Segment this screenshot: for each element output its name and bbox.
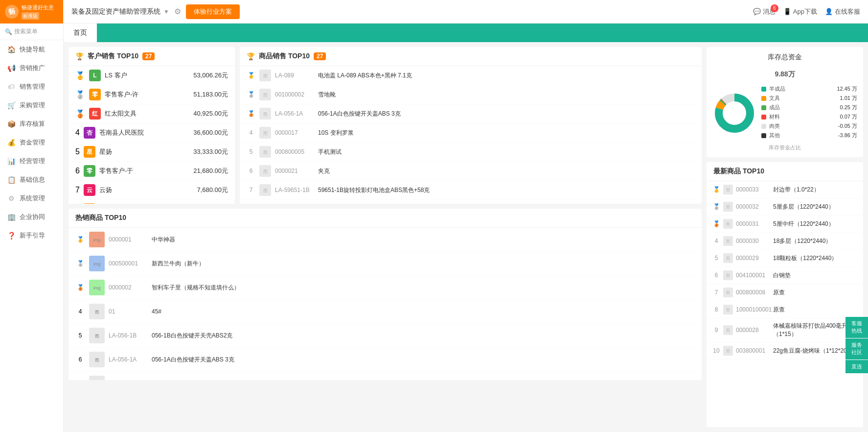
new-code: 0000028 xyxy=(736,327,770,334)
content-area: 🏆 客户销售 TOP10 27 🥇 L LS 客户 53,006.26元 🥈 零… xyxy=(64,42,868,432)
customer-rank-item[interactable]: 7 云 云扬 7,680.00元 xyxy=(69,181,235,200)
sidebar-item-quick-nav[interactable]: 🏠 快捷导航 xyxy=(0,40,63,59)
product-rank-item[interactable]: 🥇 图 LA-089 电池盖 LA-089 ABS本色+黑种 7.1克 xyxy=(240,66,702,85)
customer-amount: 53,006.26元 xyxy=(193,71,228,80)
chevron-down-icon[interactable]: ▼ xyxy=(163,8,169,15)
customer-rank-item[interactable]: 🥈 零 零售客户-许 51,183.00元 xyxy=(69,85,235,104)
hot-product-item[interactable]: 🥈 img 000500001 新西兰牛肉（新牛） xyxy=(69,252,702,276)
svg-text:img: img xyxy=(93,262,101,266)
customer-name: 零售客户-许 xyxy=(105,90,189,99)
new-product-item[interactable]: 🥇 图 0000033 封边带（1.0*22） xyxy=(707,181,863,198)
hot-code: 0000002 xyxy=(109,284,148,291)
svg-text:图: 图 xyxy=(95,310,99,314)
header-title: 装备及固定资产辅助管理系统 ▼ xyxy=(71,7,169,16)
legend-label: 其他 xyxy=(769,132,835,139)
legend-item: 肉类 -0.05 万 xyxy=(761,122,857,130)
sidebar: 畅 畅捷通好生意 标准版 🔍 搜索菜单 🏠 快捷导航 📢 营销推广 🏷 销售管理… xyxy=(0,0,64,432)
new-product-item[interactable]: 4 图 0000030 18多层（1220*2440） xyxy=(707,233,863,250)
new-code: 0000033 xyxy=(736,186,770,193)
customer-rank-item[interactable]: 🥇 L LS 客户 53,006.26元 xyxy=(69,66,235,85)
hot-product-item[interactable]: 4 图 01 45# xyxy=(69,300,702,324)
sidebar-item-purchase[interactable]: 🛒 采购管理 xyxy=(0,96,63,115)
new-product-item[interactable]: 10 图 003800001 22g鱼豆腐-烧烤味（1*12*20） xyxy=(707,342,863,360)
trial-button[interactable]: 体验行业方案 xyxy=(186,4,240,19)
new-product-item[interactable]: 5 图 0000029 18颗粒板（1220*2440） xyxy=(707,250,863,267)
new-product-item[interactable]: 6 图 004100001 白钢垫 xyxy=(707,267,863,284)
new-thumbnail: 图 xyxy=(723,236,733,246)
sidebar-item-guide[interactable]: ❓ 新手引导 xyxy=(0,226,63,245)
new-rank: 8 xyxy=(712,306,720,313)
product-rank-item[interactable]: 🥉 图 LA-056-1A 056-1A白色按键开关盖ABS 3克 xyxy=(240,104,702,123)
product-thumbnail: 图 xyxy=(259,89,271,100)
hot-product-item[interactable]: 🥇 img 0000001 中华神器 xyxy=(69,228,702,252)
new-name: 原查 xyxy=(773,306,857,314)
customer-rank-item[interactable]: 8 肖 肖总 7,563.00元 xyxy=(69,200,235,204)
product-rank-item[interactable]: 4 图 0000017 10S 变利罗浆 xyxy=(240,123,702,143)
product-rank-item[interactable]: 6 图 0000021 夹克 xyxy=(240,162,702,181)
customer-service-button[interactable]: 客服 热线 xyxy=(845,317,868,338)
hot-products-title: 热销商品 TOP10 xyxy=(75,214,126,222)
new-products-list: 🥇 图 0000033 封边带（1.0*22） 🥈 图 0000032 5厘多层… xyxy=(707,181,863,360)
rank-medal: 4 xyxy=(75,128,80,137)
sidebar-item-sales[interactable]: 🏷 销售管理 xyxy=(0,77,63,96)
customer-ranking-panel: 🏆 客户销售 TOP10 27 🥇 L LS 客户 53,006.26元 🥈 零… xyxy=(69,47,235,204)
customer-rank-item[interactable]: 🥉 红 红太阳文具 40,925.00元 xyxy=(69,104,235,123)
inventory-amount: 9.88万 xyxy=(712,66,857,79)
product-rank-item[interactable]: 5 图 000800005 手机测试 xyxy=(240,143,702,162)
product-code: 0000017 xyxy=(275,129,314,136)
svg-text:图: 图 xyxy=(726,188,730,192)
sidebar-search-container[interactable]: 🔍 搜索菜单 xyxy=(0,24,63,40)
sidebar-item-operation[interactable]: 📊 经营管理 xyxy=(0,152,63,170)
customer-rank-item[interactable]: 4 杏 苍南县人民医院 36,600.00元 xyxy=(69,123,235,143)
direct-button[interactable]: 直连 xyxy=(845,360,868,373)
search-menu-button[interactable]: 🔍 搜索菜单 xyxy=(5,27,58,36)
new-product-item[interactable]: 9 图 0000028 体械嘉核味苏打饮品400毫升（1*15） xyxy=(707,318,863,342)
system-name: 装备及固定资产辅助管理系统 xyxy=(71,7,160,16)
sidebar-item-company[interactable]: 🏢 企业协同 xyxy=(0,208,63,226)
sidebar-item-inventory[interactable]: 📦 库存核算 xyxy=(0,115,63,133)
settings-icon[interactable]: ⚙ xyxy=(174,7,181,16)
hot-products-panel: 热销商品 TOP10 🥇 img 0000001 中华神器 🥈 img 0005… xyxy=(69,209,702,380)
sidebar-item-system[interactable]: ⚙ 系统管理 xyxy=(0,189,63,208)
online-service-button[interactable]: 👤 在线客服 xyxy=(825,7,860,16)
message-button[interactable]: 💬 消息 6 xyxy=(753,7,776,16)
tab-home[interactable]: 首页 xyxy=(64,24,97,42)
sidebar-item-basic[interactable]: 📋 基础信息 xyxy=(0,170,63,189)
customer-rank-item[interactable]: 6 零 零售客户-于 21,680.00元 xyxy=(69,162,235,181)
hot-rank: 4 xyxy=(75,308,85,315)
hot-product-item[interactable]: 🥉 img 0000002 智利车子里（规格不知道填什么） xyxy=(69,276,702,300)
inventory-icon: 📦 xyxy=(7,120,16,128)
legend-color xyxy=(761,105,766,110)
service-community-button[interactable]: 服务 社区 xyxy=(845,338,868,360)
customer-avatar: 零 xyxy=(84,165,95,177)
svg-text:图: 图 xyxy=(263,93,268,97)
new-code: 10000100001 xyxy=(736,306,770,313)
new-product-item[interactable]: 8 图 10000100001 原查 xyxy=(707,301,863,318)
legend-color xyxy=(761,87,766,92)
app-download-button[interactable]: 📱 App下载 xyxy=(783,7,817,16)
hot-product-item[interactable]: 7 图 NB2.0X30B 2.0X30MM双搓花轴搓花直径2.1MM/ROHS xyxy=(69,372,702,380)
legend-value: 1.01 万 xyxy=(840,95,857,102)
sidebar-item-marketing[interactable]: 📢 营销推广 xyxy=(0,59,63,77)
rank-number: 🥉 xyxy=(247,110,255,117)
sidebar-item-finance[interactable]: 💰 资金管理 xyxy=(0,133,63,152)
svg-text:图: 图 xyxy=(726,349,730,353)
hot-code: 01 xyxy=(109,308,148,315)
product-rank-item[interactable]: 7 图 LA-59651-1B 59651-1B旋转投影灯电池盒ABS黑色+58… xyxy=(240,181,702,200)
hot-product-item[interactable]: 6 图 LA-056-1A 056-1A白色按键开关盖ABS 3克 xyxy=(69,348,702,372)
new-product-item[interactable]: 🥈 图 0000032 5厘多层（1220*2440） xyxy=(707,198,863,216)
customer-list: 🥇 L LS 客户 53,006.26元 🥈 零 零售客户-许 51,183.0… xyxy=(69,66,235,204)
hot-thumbnail: 图 xyxy=(89,328,105,343)
hot-product-item[interactable]: 5 图 LA-056-1B 056-1B白色按键开关壳ABS2克 xyxy=(69,324,702,348)
new-name: 白钢垫 xyxy=(773,271,857,280)
new-rank: 6 xyxy=(712,272,720,279)
customer-amount: 36,600.00元 xyxy=(193,128,228,137)
new-product-item[interactable]: 🥉 图 0000031 5厘中纤（1220*2440） xyxy=(707,216,863,233)
new-product-item[interactable]: 7 图 000800008 原查 xyxy=(707,284,863,301)
rank-medal: 🥇 xyxy=(75,71,85,80)
new-code: 000800008 xyxy=(736,289,770,296)
customer-rank-item[interactable]: 5 星 星扬 33,333.00元 xyxy=(69,143,235,162)
product-thumbnail: 图 xyxy=(259,70,271,81)
customer-name: 苍南县人民医院 xyxy=(99,128,189,137)
product-rank-item[interactable]: 🥈 图 001000002 雪地靴 xyxy=(240,85,702,104)
